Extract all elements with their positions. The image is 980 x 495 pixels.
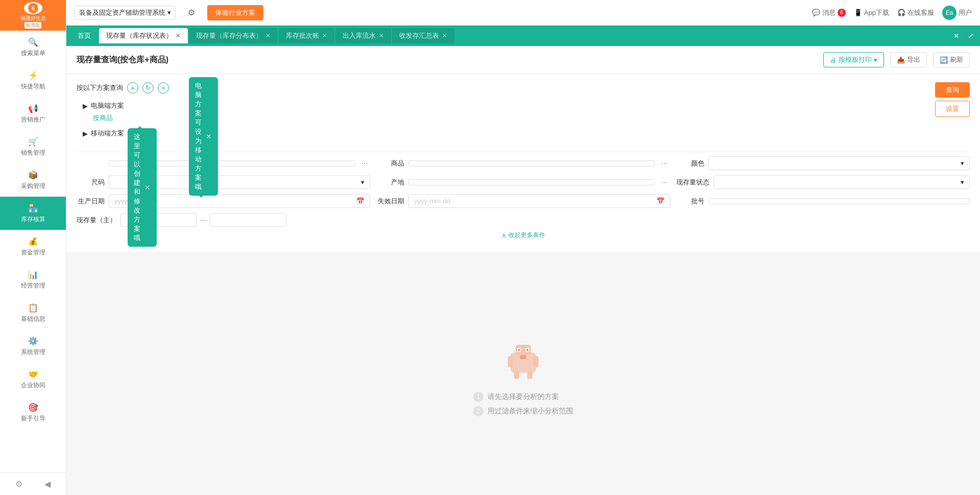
tooltip-2-text: 这里可以创建和修改方案哦 (134, 132, 140, 243)
sidebar-item-quick[interactable]: ⚡ 快捷导航 (0, 64, 66, 97)
tab-batch-account-label: 库存批次账 (286, 31, 319, 40)
svg-rect-8 (520, 355, 526, 359)
user-item[interactable]: Ea 用户 (942, 6, 972, 20)
logo-text: 畅通好生意 (20, 15, 46, 21)
stock-status-select[interactable]: ▾ (714, 175, 970, 189)
arrow-right-mobile-icon: ▶ (83, 130, 88, 137)
expire-date-label: 失效日期 (376, 197, 404, 206)
calendar-expire-icon[interactable]: 📅 (656, 197, 665, 205)
warehouse-dots[interactable]: ··· (359, 159, 370, 168)
tooltip-1-close[interactable]: ✕ (206, 132, 212, 140)
print-dropdown-icon: ▾ (874, 56, 877, 64)
sidebar-item-inventory[interactable]: 🏪 库存核算 (0, 197, 66, 230)
print-btn[interactable]: 🖨 按模板打印 ▾ (823, 52, 884, 67)
collapse-bar[interactable]: ∧ 收起更多条件 (77, 227, 970, 244)
tab-bar-right: ✕ ⤢ (951, 30, 976, 42)
tab-close-collect-summary[interactable]: ✕ (442, 32, 447, 39)
filter-sync-btn[interactable]: ↻ (142, 82, 154, 93)
warehouse-col: ··· (77, 159, 370, 168)
sidebar-label-guide: 新手引导 (21, 414, 45, 423)
tip-1-text: 请先选择要分析的方案 (487, 392, 559, 402)
svg-point-6 (518, 349, 520, 351)
inventory-icon: 🏪 (28, 203, 38, 213)
top-bar: 装备及固定资产辅助管理系统 ▾ ⚙ 体验行业方案 💬 消息 6 📱 App下载 … (66, 0, 980, 26)
tab-close-inout-flow[interactable]: ✕ (379, 32, 384, 39)
sidebar-nav: 🔍 搜索菜单 ⚡ 快捷导航 📢 营销推广 🛒 销售管理 📦 采购管理 🏪 (0, 31, 66, 473)
solution-btn[interactable]: 体验行业方案 (207, 5, 263, 20)
export-icon: 📤 (897, 56, 905, 64)
search-button[interactable]: 查询 (935, 82, 970, 98)
sidebar-item-purchase[interactable]: 📦 采购管理 (0, 163, 66, 197)
pc-scheme-label: 电脑端方案 (91, 101, 124, 110)
reset-button[interactable]: 设置 (935, 101, 970, 117)
sidebar-item-guide[interactable]: 🎯 新手引导 (0, 396, 66, 429)
tab-close-all-icon[interactable]: ✕ (951, 30, 962, 42)
origin-input[interactable] (408, 179, 655, 185)
sidebar-item-search[interactable]: 🔍 搜索菜单 (0, 31, 66, 64)
logo-icon: 6 (24, 2, 42, 14)
chevron-down-icon: ▾ (167, 9, 171, 16)
user-label: 用户 (959, 8, 972, 17)
sidebar-label-finance: 资金管理 (21, 248, 45, 257)
svg-rect-12 (527, 371, 532, 379)
sidebar-item-system[interactable]: ⚙️ 系统管理 (0, 329, 66, 363)
sidebar-item-marketing[interactable]: 📢 营销推广 (0, 97, 66, 130)
tab-inventory-dist[interactable]: 现存量（库存分布表） ✕ (189, 28, 278, 43)
filter-add-btn[interactable]: + (127, 82, 138, 93)
tab-home[interactable]: 首页 (70, 28, 98, 43)
collapse-up-icon: ∧ (502, 232, 506, 239)
tooltip-popup-1: 电脑方案可设为移动方案哦 ✕ (189, 77, 218, 196)
message-item[interactable]: 💬 消息 6 (812, 8, 846, 17)
filter-header: 按以下方案查询 + ↻ « 电脑方案可设为移动方案哦 ✕ (77, 82, 970, 93)
chevron-down-size: ▾ (361, 178, 364, 186)
tooltip-2-close[interactable]: ✕ (144, 183, 151, 192)
tab-expand-icon[interactable]: ⤢ (966, 30, 976, 42)
logo-badge: 标准版 (24, 22, 41, 29)
sidebar-item-cooperation[interactable]: 🤝 企业协同 (0, 363, 66, 396)
tab-close-inventory-status[interactable]: ✕ (176, 32, 181, 39)
tab-inventory-status[interactable]: 现存量（库存状况表） ✕ (99, 28, 188, 43)
stock-qty-to[interactable] (210, 213, 286, 227)
tip-2-text: 用过滤条件来缩小分析范围 (487, 407, 573, 416)
tab-close-inventory-dist[interactable]: ✕ (265, 32, 271, 39)
sidebar-item-sales[interactable]: 🛒 销售管理 (0, 130, 66, 163)
sidebar-item-basic[interactable]: 📋 基础信息 (0, 296, 66, 329)
production-date-label: 生产日期 (77, 197, 105, 206)
sidebar-item-operations[interactable]: 📊 经营管理 (0, 263, 66, 296)
size-col: 尺码 ▾ (77, 175, 370, 189)
collapse-footer-btn[interactable]: ◀ (44, 479, 51, 489)
tab-collect-summary[interactable]: 收发存汇总表 ✕ (392, 28, 454, 43)
tab-batch-account[interactable]: 库存批次账 ✕ (279, 28, 334, 43)
sidebar-item-finance[interactable]: 💰 资金管理 (0, 230, 66, 263)
calendar-production-icon[interactable]: 📅 (356, 197, 364, 205)
guide-icon: 🎯 (28, 402, 38, 412)
tab-inout-flow[interactable]: 出入库流水 ✕ (335, 28, 391, 43)
origin-dots[interactable]: ··· (659, 178, 670, 187)
settings-footer-btn[interactable]: ⚙ (15, 479, 22, 489)
app-download-item[interactable]: 📱 App下载 (854, 8, 889, 17)
finance-icon: 💰 (28, 236, 38, 246)
goods-input[interactable] (408, 160, 655, 167)
tab-bar: 首页 现存量（库存状况表） ✕ 现存量（库存分布表） ✕ 库存批次账 ✕ 出入库… (66, 26, 980, 46)
settings-button[interactable]: ⚙ (184, 5, 199, 20)
sidebar-label-purchase: 采购管理 (21, 182, 45, 191)
goods-dots[interactable]: ··· (659, 159, 670, 168)
tab-close-batch-account[interactable]: ✕ (322, 32, 327, 39)
refresh-btn[interactable]: 🔄 刷新 (933, 52, 970, 67)
color-label: 颜色 (676, 159, 704, 168)
export-btn[interactable]: 📤 导出 (890, 52, 927, 67)
sidebar: 6 畅通好生意 标准版 🔍 搜索菜单 ⚡ 快捷导航 📢 营销推广 🛒 销售管理 (0, 0, 66, 495)
system-selector[interactable]: 装备及固定资产辅助管理系统 ▾ (75, 6, 176, 20)
batch-input[interactable] (708, 198, 970, 204)
tip-num-2: 2 (473, 406, 483, 416)
empty-tips: 1 请先选择要分析的方案 2 用过滤条件来缩小分析范围 (473, 392, 573, 416)
filter-back-btn[interactable]: « (158, 82, 169, 93)
search-icon: 🔍 (28, 37, 38, 47)
svg-text:6: 6 (32, 6, 35, 11)
online-support-item[interactable]: 🎧 在线客服 (897, 8, 934, 17)
svg-point-7 (526, 349, 528, 351)
sidebar-label-system: 系统管理 (21, 348, 45, 357)
expire-date-input[interactable]: yyyy-mm-dd 📅 (408, 194, 670, 208)
color-select[interactable]: ▾ (708, 156, 970, 170)
empty-state: 1 请先选择要分析的方案 2 用过滤条件来缩小分析范围 (66, 256, 980, 495)
